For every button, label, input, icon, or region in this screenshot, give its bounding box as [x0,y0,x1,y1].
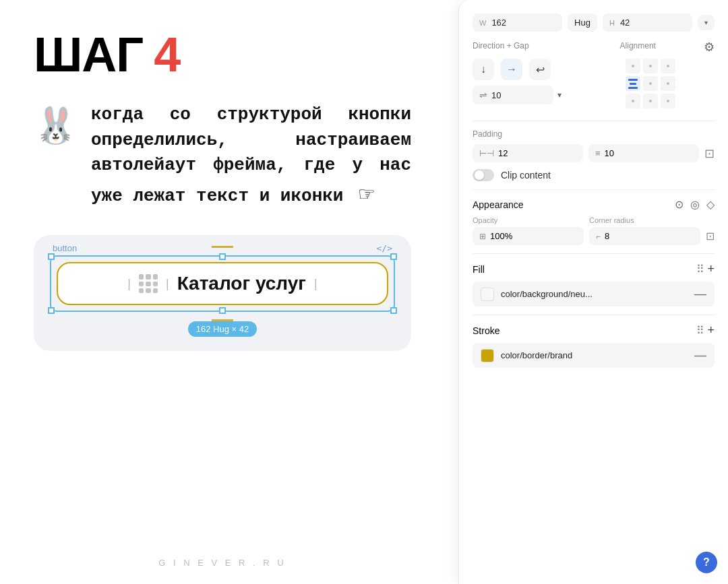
divider-4 [473,315,715,315]
padding-h-icon: ⊢⊣ [479,148,494,158]
opacity-box: Opacity ⊞ 100% [473,216,584,245]
stroke-minus-btn[interactable]: — [694,348,706,362]
alignment-grid [626,59,675,108]
opacity-label: Opacity [473,216,584,224]
padding-row: ⊢⊣ 12 ≡ 10 ⊡ [473,144,715,162]
button-inner: | | Каталог услуг | [57,262,388,305]
grid-icon [139,274,158,293]
direction-right-btn[interactable]: → [501,59,522,80]
frame-label: button [53,243,77,253]
gap-box[interactable]: ⇌ 10 [473,86,553,104]
resize-icon[interactable]: ⊡ [704,146,715,161]
direction-down-btn[interactable]: ↓ [473,59,494,80]
gap-chevron-icon: ▾ [557,90,562,100]
align-dot-bl[interactable] [626,94,640,108]
chevron-down-icon: ▾ [704,19,708,26]
stroke-item: color/border/brand — [473,343,715,368]
handle-center-bottom[interactable] [219,307,226,314]
description-block: 🐰 когда со структурой кнопки определилис… [34,102,411,214]
button-frame[interactable]: | | Каталог услуг | [50,255,395,312]
fill-add-btn[interactable]: + [707,262,715,276]
stroke-color-swatch[interactable] [481,349,494,362]
stroke-add-btn[interactable]: + [707,323,715,337]
opacity-corner-row: Opacity ⊞ 100% Corner radius ⌐ 8 ⊡ [473,216,715,245]
corner-value-box[interactable]: ⌐ 8 [589,227,700,245]
handle-bottom-right[interactable] [390,307,397,314]
size-badge-text: 162 Hug × 42 [188,321,257,337]
padding-v-box[interactable]: ≡ 10 [588,144,699,162]
step-word: ШАГ [34,27,143,82]
clip-content-row: Clip content [473,169,715,181]
padding-h-box[interactable]: ⊢⊣ 12 [473,144,583,162]
corner-icon: ⌐ [596,232,601,241]
fill-title: Fill [473,264,696,275]
divider-1 [473,121,715,121]
width-value: 162 [491,18,506,28]
align-dot-bc[interactable] [643,94,658,108]
gap-value: 10 [491,90,501,100]
pipe-left: | [127,277,131,291]
opacity-icon: ⊞ [479,232,486,241]
opacity-value: 100% [490,231,512,241]
height-box[interactable]: H 42 [603,13,692,32]
direction-wrap-btn[interactable]: ↩ [529,59,551,80]
corner-resize-icon[interactable]: ⊡ [706,230,715,242]
align-dot-mr[interactable] [661,76,675,91]
clip-label: Clip content [501,170,551,181]
fill-grid-icon[interactable]: ⠿ [696,263,704,275]
stroke-grid-icon[interactable]: ⠿ [696,324,704,337]
align-dot-br[interactable] [661,94,675,108]
align-dot-tc[interactable] [643,59,658,73]
drop-icon[interactable]: ◇ [706,198,715,211]
footer-text: G I N E V E R . R U [158,558,286,568]
hand-cursor-icon: ☞ [359,179,374,214]
step-title: ШАГ 4 [34,27,411,82]
handle-top-left[interactable] [48,253,55,260]
handle-center-top[interactable] [219,253,226,260]
corner-box: Corner radius ⌐ 8 [589,216,700,245]
padding-h-value: 12 [498,148,508,158]
direction-gap-label: Direction + Gap [473,41,615,51]
size-badge: 162 Hug × 42 [50,323,395,335]
stroke-title: Stroke [473,325,696,336]
clip-toggle[interactable] [473,169,494,181]
right-panel: W 162 Hug H 42 ▾ Direction + Gap Alignme… [458,0,728,584]
fill-item: color/background/neu... — [473,282,715,306]
height-dropdown[interactable]: ▾ [698,15,715,30]
settings-icon[interactable]: ⚙ [704,40,715,55]
width-box[interactable]: W 162 [473,13,562,32]
stroke-header: Stroke ⠿ + [473,323,715,337]
align-dot-tr[interactable] [661,59,675,73]
opacity-value-box[interactable]: ⊞ 100% [473,227,584,245]
pipe-right: | [166,277,169,291]
visibility-icon[interactable]: ◎ [690,198,700,211]
gap-icon: ⇌ [479,90,487,100]
style-icon[interactable]: ⊙ [675,198,684,211]
height-value: 42 [620,18,630,28]
step-number: 4 [154,27,180,82]
appearance-header: Appearance ⊙ ◎ ◇ [473,198,715,211]
scroll-hint[interactable]: ? [696,552,717,573]
fill-header: Fill ⠿ + [473,262,715,276]
align-dot-mc[interactable] [643,76,658,91]
left-panel: ШАГ 4 🐰 когда со структурой кнопки опред… [0,0,445,584]
fill-color-value: color/background/neu... [501,289,688,299]
padding-v-icon: ≡ [595,148,601,158]
description-text: когда со структурой кнопки определились,… [91,102,411,214]
divider-3 [473,253,715,254]
hug-dropdown[interactable]: Hug [568,13,597,32]
rabbit-emoji: 🐰 [34,105,78,146]
appearance-title: Appearance [473,199,675,210]
fill-color-swatch[interactable] [481,288,494,301]
scroll-hint-label: ? [703,556,710,569]
handle-top-right[interactable] [390,253,397,260]
pipe-right-2: | [314,277,317,291]
handle-bottom-left[interactable] [48,307,55,314]
frame-code-label: </> [377,243,392,253]
align-dot-tl[interactable] [626,59,640,73]
align-dot-ml[interactable] [626,76,640,91]
stroke-color-value: color/border/brand [501,350,688,360]
fill-minus-btn[interactable]: — [694,287,706,301]
spacer-bottom [212,319,233,321]
button-preview-wrapper: button </> | | Каталог услуг [34,235,411,351]
